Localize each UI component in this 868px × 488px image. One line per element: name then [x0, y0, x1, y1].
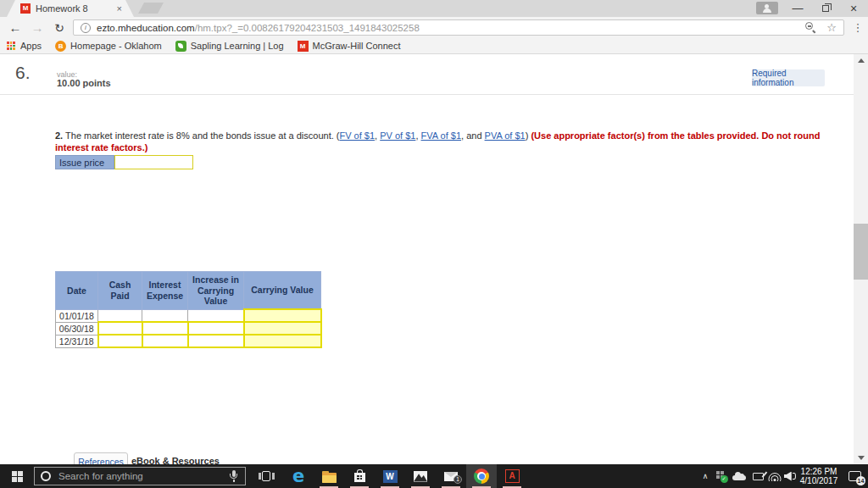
- page-scrollbar[interactable]: [854, 54, 868, 464]
- notification-count-badge: 14: [856, 476, 865, 485]
- reload-button[interactable]: ↻: [49, 17, 70, 38]
- table-row: 06/30/18: [56, 322, 321, 335]
- task-view-icon: [259, 471, 275, 481]
- windows-logo-icon: [12, 471, 23, 482]
- wifi-icon: [768, 472, 782, 481]
- bookmark-sapling[interactable]: Sapling Learning | Log: [175, 41, 284, 52]
- mcgraw-favicon-icon: M: [298, 41, 309, 52]
- date-cell: 12/31/18: [56, 335, 98, 347]
- tray-pen-settings-button[interactable]: [749, 464, 766, 488]
- date-cell: 06/30/18: [56, 322, 98, 335]
- zoom-out-icon[interactable]: [805, 22, 816, 33]
- col-header-interest-expense: Interest Expense: [142, 272, 188, 310]
- header-divider: [0, 94, 854, 95]
- start-button[interactable]: [0, 464, 34, 488]
- cash-paid-input-cell[interactable]: [98, 322, 142, 335]
- col-header-carrying-value: Carrying Value: [244, 272, 321, 310]
- back-button[interactable]: ←: [5, 17, 25, 38]
- cash-paid-cell: [98, 309, 142, 322]
- apps-grid-icon[interactable]: [7, 42, 15, 50]
- browser-menu-icon[interactable]: ⋮: [849, 17, 866, 38]
- interest-expense-cell: [142, 309, 188, 322]
- carrying-value-input-cell[interactable]: [244, 335, 321, 347]
- bookmark-label: Homepage - Oklahom: [70, 41, 162, 51]
- bookmark-homepage[interactable]: B Homepage - Oklahom: [55, 41, 162, 52]
- onedrive-cloud-icon: [732, 472, 746, 480]
- address-bar[interactable]: i ezto.mheducation.com/hm.tpx?_=0.008261…: [73, 19, 844, 36]
- taskbar-photos-button[interactable]: [405, 464, 436, 488]
- browser-titlebar: M Homework 8 × — ×: [0, 0, 868, 17]
- action-center-icon: 14: [849, 471, 862, 482]
- chrome-icon: [474, 469, 489, 484]
- points-value: 10.00 points: [57, 78, 111, 88]
- page-info-icon[interactable]: i: [81, 23, 91, 33]
- scrollbar-thumb[interactable]: [854, 224, 868, 280]
- carrying-value-input-cell[interactable]: [244, 309, 321, 322]
- homepage-favicon-icon: B: [55, 41, 66, 52]
- issue-price-label: Issue price: [55, 155, 114, 169]
- cash-paid-input-cell[interactable]: [98, 335, 142, 347]
- window-restore-button[interactable]: [812, 0, 839, 16]
- file-explorer-icon: [322, 473, 337, 483]
- tray-network-button[interactable]: [766, 464, 783, 488]
- interest-expense-input-cell[interactable]: [142, 335, 188, 347]
- carrying-value-input-cell[interactable]: [244, 322, 321, 335]
- taskbar-file-explorer-button[interactable]: [314, 464, 344, 488]
- tray-show-hidden-icons-button[interactable]: ∧: [698, 464, 712, 488]
- table-row: 01/01/18: [56, 309, 321, 322]
- taskbar-clock[interactable]: 12:26 PM 4/10/2017: [795, 464, 843, 488]
- window-minimize-button[interactable]: —: [784, 0, 811, 16]
- restore-icon: [822, 5, 829, 12]
- windows-taskbar: Search for anything e: [0, 464, 868, 488]
- tray-sync-status-button[interactable]: ✓: [714, 464, 729, 488]
- increase-input-cell[interactable]: [188, 335, 244, 347]
- taskbar-search-box[interactable]: Search for anything: [34, 467, 246, 485]
- amortization-table: Date Cash Paid Interest Expense Increase…: [55, 271, 322, 348]
- action-center-button[interactable]: 14: [844, 464, 866, 488]
- bookmark-star-icon[interactable]: ☆: [826, 22, 837, 33]
- question-number: 6.: [15, 63, 31, 83]
- fva-of-1-link[interactable]: FVA of $1: [421, 130, 462, 141]
- question-body: The market interest rate is 8% and the b…: [63, 130, 339, 141]
- clock-time: 12:26 PM: [801, 467, 837, 477]
- separator: , and: [461, 130, 485, 141]
- taskbar-store-button[interactable]: [344, 464, 375, 488]
- clock-date: 4/10/2017: [800, 476, 838, 486]
- task-view-button[interactable]: [251, 464, 281, 488]
- table-header-row: Date Cash Paid Interest Expense Increase…: [56, 272, 321, 310]
- issue-price-input[interactable]: [114, 155, 193, 169]
- tab-close-icon[interactable]: ×: [117, 3, 122, 14]
- forward-button[interactable]: →: [27, 17, 47, 38]
- interest-expense-input-cell[interactable]: [142, 322, 188, 335]
- apps-label[interactable]: Apps: [20, 41, 42, 51]
- question-text: 2. The market interest rate is 8% and th…: [55, 130, 826, 153]
- mcgraw-hill-favicon-icon: M: [20, 3, 31, 14]
- taskbar-chrome-button[interactable]: [466, 464, 497, 488]
- profile-button[interactable]: [756, 2, 778, 14]
- required-information-button[interactable]: Required information: [752, 69, 825, 86]
- bookmark-label: Sapling Learning | Log: [191, 41, 284, 51]
- taskbar-edge-button[interactable]: e: [283, 464, 314, 488]
- pva-of-1-link[interactable]: PVA of $1: [485, 130, 526, 141]
- url-text: ezto.mheducation.com/hm.tpx?_=0.00826179…: [97, 23, 420, 33]
- scrollbar-up-arrow[interactable]: [854, 54, 868, 67]
- new-tab-button[interactable]: [138, 3, 164, 14]
- scrollbar-down-arrow[interactable]: [854, 452, 868, 464]
- microphone-icon[interactable]: [229, 470, 238, 483]
- tab-title: Homework 8: [36, 3, 117, 14]
- browser-tab[interactable]: M Homework 8 ×: [7, 0, 134, 17]
- acrobat-reader-icon: A: [505, 469, 520, 483]
- pv-of-1-link[interactable]: PV of $1: [380, 130, 415, 141]
- fv-of-1-link[interactable]: FV of $1: [340, 130, 376, 141]
- increase-cell: [188, 309, 244, 322]
- increase-input-cell[interactable]: [188, 322, 244, 335]
- taskbar-word-button[interactable]: W: [375, 464, 405, 488]
- col-header-increase: Increase in Carrying Value: [188, 272, 244, 310]
- window-close-button[interactable]: ×: [840, 0, 867, 16]
- taskbar-mail-button[interactable]: 1: [436, 464, 466, 488]
- taskbar-acrobat-button[interactable]: A: [497, 464, 527, 488]
- bookmark-mcgraw-connect[interactable]: M McGraw-Hill Connect: [298, 41, 401, 52]
- tray-onedrive-button[interactable]: [731, 464, 748, 488]
- photos-icon: [414, 471, 427, 482]
- bookmark-label: McGraw-Hill Connect: [313, 41, 401, 51]
